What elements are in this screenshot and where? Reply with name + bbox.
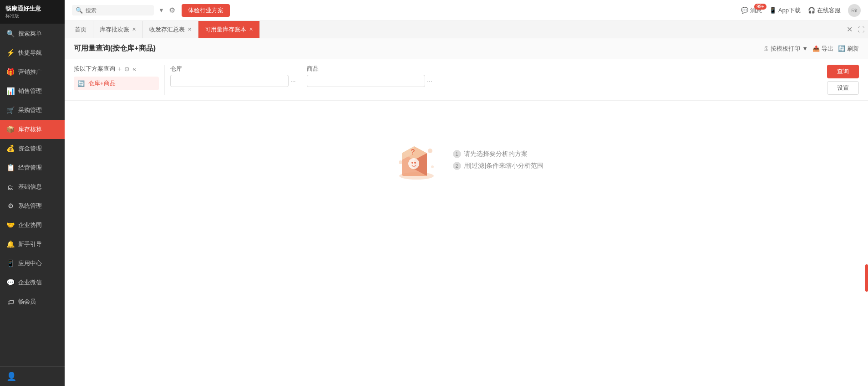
svg-point-5 — [408, 158, 419, 169]
tab-close-available[interactable]: ✕ — [249, 26, 253, 32]
sidebar-icon-search: 🔍 — [6, 30, 15, 38]
sidebar-icon-finance: 💰 — [6, 144, 15, 153]
sidebar-item-sales[interactable]: 📊 销售管理 — [0, 82, 65, 101]
sidebar-label-apps: 应用中心 — [18, 259, 42, 268]
query-scheme-panel: 按以下方案查询 + ⊙ « 🔄 仓库+商品 — [74, 65, 165, 95]
sidebar-label-finance: 资金管理 — [18, 144, 42, 153]
query-btn-group: 查询 设置 — [827, 65, 859, 95]
tabbar-expand-icon[interactable]: ⛶ — [858, 26, 864, 33]
empty-state: ? 1 请先选择要分析的方案 2 用[过滤]条件来缩小分析范围 — [65, 101, 868, 219]
sidebar-item-inventory[interactable]: 📦 库存核算 — [0, 120, 65, 139]
message-icon: 💬 — [741, 7, 748, 14]
trial-button[interactable]: 体验行业方案 — [182, 4, 230, 17]
app-name: 畅康通好生意 — [5, 5, 59, 13]
sidebar: 畅康通好生意 标准版 🔍 搜索菜单 ⚡ 快捷导航 🎁 营销推广 📊 销售管理 🛒… — [0, 0, 65, 386]
empty-illustration: ? — [389, 137, 444, 183]
scheme-collapse-icon[interactable]: « — [132, 65, 136, 72]
query-area: 按以下方案查询 + ⊙ « 🔄 仓库+商品 仓库 ··· — [65, 59, 868, 101]
app-download-button[interactable]: 📱 App下载 — [769, 6, 801, 15]
sidebar-item-finance[interactable]: 💰 资金管理 — [0, 139, 65, 158]
query-button[interactable]: 查询 — [827, 65, 859, 78]
user-name-label: Rit — [851, 8, 857, 13]
scheme-item-warehouse-goods[interactable]: 🔄 仓库+商品 — [74, 77, 159, 90]
filter-goods-text: 商品 — [307, 65, 319, 73]
sidebar-icon-system: ⚙ — [6, 202, 15, 210]
sidebar-item-system[interactable]: ⚙ 系统管理 — [0, 196, 65, 216]
sidebar-item-operations[interactable]: 📋 经营管理 — [0, 158, 65, 177]
tabbar-close-icon[interactable]: ✕ — [844, 25, 855, 34]
filter-goods-more-icon[interactable]: ··· — [427, 77, 432, 85]
tab-close-batch[interactable]: ✕ — [132, 26, 136, 32]
tab-label-summary: 收发存汇总表 — [149, 26, 185, 34]
tab-available[interactable]: 可用量库存账本✕ — [198, 21, 260, 38]
tab-label-batch: 库存批次账 — [100, 26, 129, 34]
user-avatar-icon: 👤 — [6, 371, 16, 381]
tab-home[interactable]: 首页 — [68, 21, 93, 38]
app-download-label: App下载 — [778, 6, 801, 15]
svg-point-6 — [411, 162, 413, 164]
sidebar-item-wechat[interactable]: 💬 企业微信 — [0, 273, 65, 292]
main-area: 🔍 ▼ ⚙ 体验行业方案 💬 消息 99+ 📱 App下载 🎧 在线客服 Rit — [65, 0, 868, 386]
topbar-dropdown-icon[interactable]: ▼ — [158, 7, 164, 14]
topbar: 🔍 ▼ ⚙ 体验行业方案 💬 消息 99+ 📱 App下载 🎧 在线客服 Rit — [65, 0, 868, 21]
add-scheme-icon[interactable]: + — [118, 65, 122, 72]
topbar-search-box[interactable]: 🔍 — [72, 5, 154, 15]
sidebar-icon-basic: 🗂 — [6, 183, 15, 191]
sidebar-item-search[interactable]: 🔍 搜索菜单 — [0, 24, 65, 43]
user-avatar[interactable]: Rit — [848, 4, 861, 17]
topbar-gear-icon[interactable]: ⚙ — [169, 6, 175, 15]
export-button[interactable]: 📤 导出 — [812, 45, 833, 53]
online-service-label: 在线客服 — [817, 6, 841, 15]
sidebar-icon-wechat: 💬 — [6, 278, 15, 287]
sidebar-icon-marketing: 🎁 — [6, 68, 15, 76]
refresh-button[interactable]: 🔄 刷新 — [838, 45, 859, 53]
sidebar-label-purchase: 采购管理 — [18, 106, 42, 114]
search-icon: 🔍 — [76, 7, 83, 14]
sidebar-item-basic[interactable]: 🗂 基础信息 — [0, 177, 65, 196]
sidebar-item-enterprise[interactable]: 🤝 企业协同 — [0, 216, 65, 235]
sidebar-label-wechat: 企业微信 — [18, 278, 42, 287]
sidebar-item-marketing[interactable]: 🎁 营销推广 — [0, 62, 65, 82]
filter-warehouse-label: 仓库 — [170, 65, 298, 73]
message-button[interactable]: 💬 消息 99+ — [741, 6, 762, 15]
sidebar-item-apps[interactable]: 📱 应用中心 — [0, 254, 65, 273]
page-title: 可用量查询(按仓库+商品) — [74, 44, 156, 53]
scheme-settings-icon[interactable]: ⊙ — [124, 65, 130, 72]
filter-goods-input[interactable] — [307, 75, 425, 87]
sidebar-label-operations: 经营管理 — [18, 164, 42, 172]
right-scrollbar[interactable] — [865, 264, 868, 292]
sidebar-label-marketing: 营销推广 — [18, 68, 42, 76]
svg-point-10 — [399, 160, 402, 164]
export-icon: 📤 — [812, 45, 820, 52]
sidebar-label-inventory: 库存核算 — [18, 125, 42, 134]
svg-point-9 — [428, 149, 432, 153]
empty-tips: 1 请先选择要分析的方案 2 用[过滤]条件来缩小分析范围 — [453, 150, 544, 170]
sidebar-item-member[interactable]: 🏷 畅会员 — [0, 292, 65, 311]
tab-summary[interactable]: 收发存汇总表✕ — [143, 21, 198, 38]
refresh-icon: 🔄 — [838, 45, 845, 52]
sidebar-item-shortcut[interactable]: ⚡ 快捷导航 — [0, 43, 65, 62]
sidebar-label-system: 系统管理 — [18, 202, 42, 210]
filter-goods: 商品 ··· — [307, 65, 434, 87]
tab-label-home: 首页 — [75, 26, 86, 34]
search-input[interactable] — [86, 7, 149, 14]
tab-batch[interactable]: 库存批次账✕ — [93, 21, 143, 38]
tip-text-2: 用[过滤]条件来缩小分析范围 — [464, 162, 544, 170]
online-service-button[interactable]: 🎧 在线客服 — [808, 6, 841, 15]
print-button[interactable]: 🖨 按模板打印 ▼ — [763, 45, 808, 53]
tab-close-summary[interactable]: ✕ — [188, 26, 192, 32]
sidebar-icon-sales: 📊 — [6, 87, 15, 95]
setting-button[interactable]: 设置 — [827, 81, 859, 95]
tip-item-1: 1 请先选择要分析的方案 — [453, 150, 544, 158]
scheme-item-label: 仓库+商品 — [88, 79, 116, 87]
filter-warehouse-more-icon[interactable]: ··· — [290, 77, 296, 85]
app-download-icon: 📱 — [769, 7, 777, 14]
print-icon: 🖨 — [763, 45, 769, 52]
filter-warehouse-input[interactable] — [170, 75, 289, 87]
sidebar-item-newbie[interactable]: 🔔 新手引导 — [0, 235, 65, 254]
sidebar-item-purchase[interactable]: 🛒 采购管理 — [0, 101, 65, 120]
app-version: 标准版 — [5, 13, 59, 19]
online-service-icon: 🎧 — [808, 7, 815, 14]
content-area: 可用量查询(按仓库+商品) 🖨 按模板打印 ▼ 📤 导出 🔄 刷新 — [65, 38, 868, 386]
print-dropdown-icon[interactable]: ▼ — [802, 45, 808, 52]
